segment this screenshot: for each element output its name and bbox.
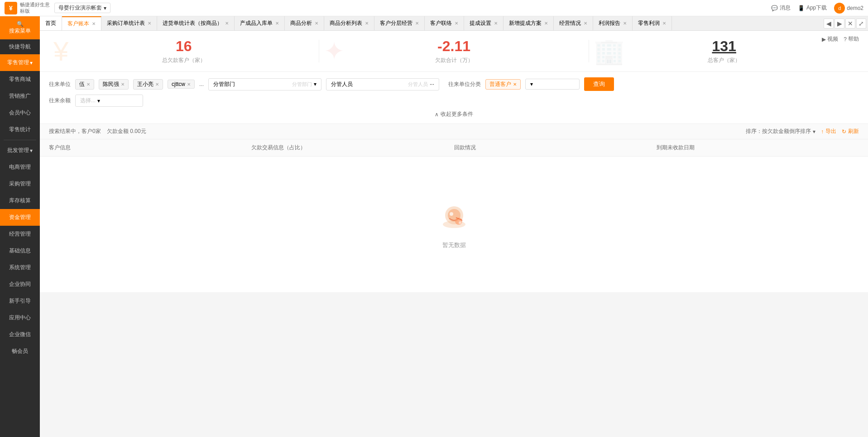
unit-type-label: 往来单位分类 [448, 81, 481, 88]
export-btn[interactable]: ↑ 导出 [821, 128, 836, 135]
stat-all-customers: 🏢 131 总客户（家） [589, 38, 859, 64]
download-icon: 📱 [798, 5, 805, 11]
sidebar-item-ecommerce[interactable]: 电商管理 [0, 159, 40, 176]
remove-tag-unit-1[interactable]: ✕ [121, 82, 125, 87]
tab-close-retail-profit[interactable]: ✕ [662, 21, 666, 26]
sort-select[interactable]: 排序：按欠款金额倒序排序 ▾ [746, 128, 815, 135]
sidebar-item-enterprise-coop[interactable]: 企业协同 [0, 276, 40, 293]
messages-btn[interactable]: 💬 消息 [771, 4, 791, 12]
logo-icon: ¥ [5, 2, 17, 14]
filter-row-1: 往来单位 伍 ✕ 陈民强 ✕ 王小亮 ✕ cjttcw [49, 77, 859, 91]
sidebar-item-ops[interactable]: 经营管理 [0, 226, 40, 242]
collapse-filter-btn[interactable]: ∧ 收起更多条件 [435, 110, 473, 118]
tab-customer-contact[interactable]: 客户联络 ✕ [425, 16, 464, 31]
top-right: 💬 消息 📱 App下载 d demo2 [771, 3, 863, 14]
person-filter-select[interactable]: 分管人员 分管人员 ··· [326, 78, 439, 90]
filter-tag-unit-3: cjttcw ✕ [168, 80, 195, 89]
store-selector[interactable]: 母婴行业演示帐套 ▾ [54, 3, 110, 13]
expand-person: ··· [430, 81, 434, 87]
result-bar-right: 排序：按欠款金额倒序排序 ▾ ↑ 导出 ↻ 刷新 [746, 128, 859, 135]
tab-close-profit[interactable]: ✕ [623, 21, 627, 26]
chevron-down-icon: ▾ [104, 5, 106, 11]
tab-close-purchase-orders[interactable]: ✕ [148, 21, 151, 26]
remove-tag-unit-0[interactable]: ✕ [86, 82, 90, 87]
tab-promotion-settings[interactable]: 提成设置 ✕ [464, 16, 504, 31]
tab-scroll-left[interactable]: ◀ [824, 19, 834, 28]
tab-close-all[interactable]: ✕ [845, 19, 855, 28]
filter-more-tags[interactable]: ... [199, 81, 204, 87]
result-bar: 搜索结果中，客户0家 欠款金额 0.00元 排序：按欠款金额倒序排序 ▾ ↑ 导… [40, 124, 868, 139]
remove-tag-unit-3[interactable]: ✕ [187, 82, 191, 87]
sidebar-item-marketing[interactable]: 营销推广 [0, 88, 40, 104]
sidebar-item-enterprise-wechat[interactable]: 企业微信 [0, 326, 40, 343]
tab-close-goods-list[interactable]: ✕ [365, 21, 369, 26]
tab-close-goods-analysis[interactable]: ✕ [315, 21, 318, 26]
sidebar-item-member-center[interactable]: 会员中心 [0, 104, 40, 121]
chevron-sort: ▾ [813, 128, 815, 135]
sidebar-item-new-guide[interactable]: 新手引导 [0, 293, 40, 309]
tab-maximize[interactable]: ⤢ [856, 19, 866, 28]
empty-text: 暂无数据 [442, 241, 466, 249]
tab-new-promotion[interactable]: 新增提成方案 ✕ [504, 16, 554, 31]
sidebar-quick-nav[interactable]: 快捷导航 [0, 39, 40, 54]
remove-unit-type[interactable]: ✕ [513, 82, 517, 87]
tab-operations[interactable]: 经营情况 ✕ [554, 16, 593, 31]
tab-product-entry[interactable]: 产成品入库单 ✕ [235, 16, 285, 31]
chevron-unit-type: ▾ [530, 81, 533, 87]
tab-close-product-entry[interactable]: ✕ [275, 21, 279, 26]
tab-scroll-right[interactable]: ▶ [834, 19, 844, 28]
query-button[interactable]: 查询 [584, 77, 614, 91]
tab-customer-segment[interactable]: 客户分层经营 ✕ [374, 16, 425, 31]
sidebar-item-sys-mgmt[interactable]: 系统管理 [0, 259, 40, 276]
tab-goods-analysis[interactable]: 商品分析 ✕ [285, 16, 324, 31]
table-body: 暂无数据 [40, 157, 868, 292]
sidebar-item-retail-mgmt[interactable]: 零售管理 ▾ [0, 54, 40, 71]
sidebar-item-inventory[interactable]: 库存核算 [0, 192, 40, 209]
sidebar-item-retail-mall[interactable]: 零售商城 [0, 71, 40, 88]
sidebar-item-basic-info[interactable]: 基础信息 [0, 242, 40, 259]
chevron-icon: ▾ [30, 60, 33, 66]
balance-filter-label: 往来余额 [49, 97, 71, 104]
sidebar-item-app-center[interactable]: 应用中心 [0, 309, 40, 326]
col-customer-info: 客户信息 [49, 144, 251, 152]
tab-profit-report[interactable]: 利润报告 ✕ [593, 16, 633, 31]
sidebar-item-capital[interactable]: 资金管理 [0, 209, 40, 226]
stat-debt-label: 欠款合计（万） [328, 57, 580, 64]
tab-goods-analysis-list[interactable]: 商品分析列表 ✕ [324, 16, 374, 31]
sidebar-item-purchase[interactable]: 采购管理 [0, 176, 40, 192]
app-download-btn[interactable]: 📱 App下载 [798, 4, 827, 12]
tab-customers[interactable]: 客户账本 ✕ [62, 16, 101, 31]
tab-close-purchase-stats[interactable]: ✕ [225, 21, 229, 26]
tab-close-segment[interactable]: ✕ [415, 21, 419, 26]
sidebar-item-super-member[interactable]: 畅会员 [0, 343, 40, 360]
stat-all-value: 131 [598, 38, 850, 55]
tab-purchase-orders[interactable]: 采购订单统计表 ✕ [101, 16, 157, 31]
tab-close-new-promotion[interactable]: ✕ [544, 21, 548, 26]
avatar: d [834, 3, 845, 14]
sidebar-item-retail-stats[interactable]: 零售统计 [0, 121, 40, 138]
balance-select[interactable]: 选择... ▾ [75, 95, 143, 107]
user-menu[interactable]: d demo2 [834, 3, 863, 14]
empty-icon [436, 200, 472, 236]
tab-close-operations[interactable]: ✕ [584, 21, 587, 26]
unit-type-dropdown[interactable]: ▾ [525, 79, 580, 90]
refresh-btn[interactable]: ↻ 刷新 [842, 128, 859, 135]
filter-tag-unit-1: 陈民强 ✕ [99, 79, 129, 90]
remove-tag-unit-2[interactable]: ✕ [155, 82, 159, 87]
tab-purchase-stats[interactable]: 进货单统计表（按商品） ✕ [157, 16, 235, 31]
tab-retail-profit[interactable]: 零售利润 ✕ [633, 16, 672, 31]
chevron-dept: ▾ [314, 81, 317, 87]
sidebar: 🔍 搜索菜单 快捷导航 零售管理 ▾ 零售商城 营销推广 会员中心 零售统计 批… [0, 16, 40, 437]
sidebar-item-wholesale[interactable]: 批发管理 ▾ [0, 142, 40, 159]
stat-customers-value: 16 [58, 38, 310, 55]
sidebar-search[interactable]: 🔍 搜索菜单 [0, 16, 40, 39]
tab-home[interactable]: 首页 [40, 16, 62, 31]
sidebar-divider-1 [4, 140, 36, 140]
result-info: 搜索结果中，客户0家 欠款金额 0.00元 [49, 128, 146, 135]
tab-close-customers[interactable]: ✕ [92, 21, 96, 26]
svg-point-3 [450, 212, 453, 216]
dept-filter-select[interactable]: 分管部门 分管部门 ▾ [208, 78, 321, 90]
tab-close-promotion[interactable]: ✕ [494, 21, 498, 26]
tab-close-contact[interactable]: ✕ [455, 21, 458, 26]
top-bar: ¥ 畅捷通好生意 标版 母婴行业演示帐套 ▾ 💬 消息 📱 App下载 d de… [0, 0, 868, 16]
